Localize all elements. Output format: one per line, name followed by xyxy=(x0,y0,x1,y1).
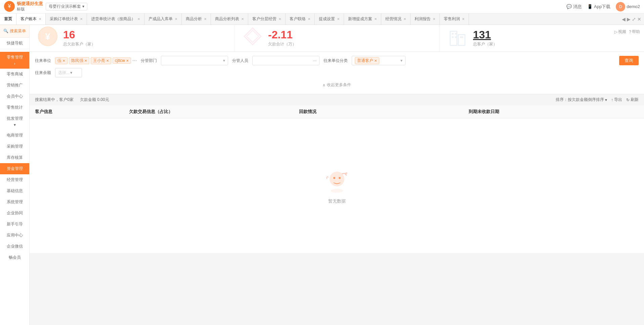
close-icon[interactable]: ✕ xyxy=(204,17,207,21)
close-icon[interactable]: ✕ xyxy=(308,17,310,21)
sidebar-item-label: 基础信息 xyxy=(7,188,23,194)
tab-purchase-order-label: 采购订单统计表 xyxy=(50,16,78,22)
sidebar-item-marketing[interactable]: 营销推广 xyxy=(0,80,29,91)
tab-commission-setting[interactable]: 提成设置 ✕ xyxy=(315,13,344,25)
close-icon[interactable]: ✕ xyxy=(241,17,244,21)
query-button[interactable]: 查询 xyxy=(619,56,639,65)
app-download-btn[interactable]: 📱 App下载 xyxy=(587,4,610,10)
sidebar-item-enterprise-wechat[interactable]: 企业微信 xyxy=(0,241,29,252)
top-bar-left: ¥ 畅捷通好生意 标版 母婴行业演示帐套 ▾ xyxy=(4,1,87,12)
user-area[interactable]: D demo2 xyxy=(616,2,640,11)
filter-row-1: 往来单位 伍 ✕ 陈民强 ✕ 王小亮 ✕ cjttcw xyxy=(35,56,639,65)
export-button[interactable]: ↑ 导出 xyxy=(611,97,622,103)
help-btn[interactable]: ? 帮助 xyxy=(629,29,640,35)
messages-btn[interactable]: 💬 消息 xyxy=(566,4,582,10)
sidebar-item-label: 采购管理 xyxy=(7,144,23,149)
tab-customer-contact[interactable]: 客户联络 ✕ xyxy=(286,13,315,25)
tag-close-wu[interactable]: ✕ xyxy=(62,59,65,63)
tag-close-wang[interactable]: ✕ xyxy=(106,59,109,63)
filter-more-btn[interactable]: ··· xyxy=(132,58,137,63)
tag-close-normal[interactable]: ✕ xyxy=(374,59,377,63)
sidebar-item-new-guide[interactable]: 新手引导 xyxy=(0,219,29,230)
sidebar-item-purchase[interactable]: 采购管理 xyxy=(0,141,29,152)
tab-profit-report[interactable]: 利润报告 ✕ xyxy=(411,13,440,25)
stat-values-amount: -2.11 欠款合计（万） xyxy=(268,29,296,47)
sidebar-item-label: 畅会员 xyxy=(9,255,21,260)
tab-customer-contact-label: 客户联络 xyxy=(290,16,306,22)
sidebar-item-finance[interactable]: 资金管理 xyxy=(0,163,29,174)
sidebar-item-chang-member[interactable]: 畅会员 xyxy=(0,252,29,263)
fullscreen-icon[interactable]: ⤢ xyxy=(632,16,636,22)
tab-purchase-order[interactable]: 采购订单统计表 ✕ xyxy=(46,13,87,25)
filter-person-select[interactable]: ··· xyxy=(252,56,319,65)
tab-profit-report-label: 利润报告 xyxy=(415,16,431,22)
tag-close-cjttcw[interactable]: ✕ xyxy=(126,59,129,63)
refresh-button[interactable]: ↻ 刷新 xyxy=(626,97,639,103)
overdue-amount-label: 欠款合计（万） xyxy=(268,41,296,47)
tab-retail-profit-label: 零售利润 xyxy=(444,16,460,22)
tag-close-chen[interactable]: ✕ xyxy=(84,59,87,63)
tab-new-commission[interactable]: 新增提成方案 ✕ xyxy=(344,13,381,25)
tab-operations[interactable]: 经营情况 ✕ xyxy=(381,13,411,25)
money-icon: ¥ xyxy=(38,26,58,50)
svg-rect-9 xyxy=(455,36,457,38)
filter-category-select[interactable]: 普通客户 ✕ ▾ xyxy=(352,56,405,65)
export-icon: ↑ xyxy=(611,98,613,102)
filter-balance-dropdown[interactable]: 选择... ▾ xyxy=(55,68,82,77)
sidebar-item-member-center[interactable]: 会员中心 xyxy=(0,91,29,102)
stat-overdue-customers: ¥ 16 总欠款客户（家） xyxy=(30,25,234,51)
close-icon[interactable]: ✕ xyxy=(337,17,340,21)
next-tab-icon[interactable]: ▶ xyxy=(627,16,631,22)
sidebar-item-wholesale[interactable]: 批发管理 ▾ xyxy=(0,113,29,130)
sidebar-item-inventory[interactable]: 库存核算 xyxy=(0,152,29,163)
sidebar-item-operations[interactable]: 经营管理 xyxy=(0,174,29,185)
sidebar-item-retail-management[interactable]: 零售管理 › xyxy=(0,52,29,69)
svg-rect-10 xyxy=(460,36,462,38)
tab-home[interactable]: 首页 xyxy=(0,13,16,25)
content-area: ¥ 16 总欠款客户（家） -2.11 欠款合计（万） xyxy=(30,25,644,325)
download-icon: 📱 xyxy=(587,4,593,9)
close-icon[interactable]: ✕ xyxy=(137,17,140,21)
sort-selector[interactable]: 排序：按欠款金额倒序排序 ▾ xyxy=(556,97,607,103)
sidebar-item-ecommerce[interactable]: 电商管理 xyxy=(0,130,29,141)
tab-customer-layer[interactable]: 客户分层经营 ✕ xyxy=(248,13,286,25)
tab-product-inbound[interactable]: 产成品入库单 ✕ xyxy=(144,13,182,25)
sidebar-item-basic-info[interactable]: 基础信息 xyxy=(0,185,29,196)
tab-retail-profit[interactable]: 零售利润 ✕ xyxy=(440,13,469,25)
tab-product-inbound-label: 产成品入库单 xyxy=(148,16,173,22)
prev-tab-icon[interactable]: ◀ xyxy=(622,16,626,22)
tab-product-analysis-list[interactable]: 商品分析列表 ✕ xyxy=(211,13,248,25)
filter-dept-select[interactable]: ▾ xyxy=(161,56,228,65)
logo-area: ¥ 畅捷通好生意 标版 xyxy=(4,1,43,12)
filter-label-unit: 往来单位 xyxy=(35,58,51,64)
sidebar-item-system[interactable]: 系统管理 xyxy=(0,196,29,208)
close-icon[interactable]: ✕ xyxy=(80,17,83,21)
quick-nav-label: 快捷导航 xyxy=(7,41,23,45)
sidebar-item-enterprise-collab[interactable]: 企业协同 xyxy=(0,208,29,219)
close-icon[interactable]: ✕ xyxy=(433,17,435,21)
close-icon[interactable]: ✕ xyxy=(39,17,41,21)
sidebar-item-retail-mall[interactable]: 零售商城 xyxy=(0,69,29,80)
video-btn[interactable]: ▷ 视频 xyxy=(614,29,626,35)
close-icon[interactable]: ✕ xyxy=(403,17,406,21)
tab-product-analysis[interactable]: 商品分析 ✕ xyxy=(182,13,211,25)
close-icon[interactable]: ✕ xyxy=(175,17,177,21)
svg-rect-7 xyxy=(455,33,457,35)
sidebar-item-label: 零售管理 xyxy=(7,55,23,60)
close-icon[interactable]: ✕ xyxy=(374,17,377,21)
sidebar-quick-nav[interactable]: 快捷导航 xyxy=(0,38,29,49)
sidebar-search[interactable]: 🔍 搜索菜单 xyxy=(0,25,29,38)
tab-customer-account[interactable]: 客户账本 ✕ xyxy=(16,13,46,25)
sidebar-item-app-center[interactable]: 应用中心 xyxy=(0,230,29,241)
env-name: 母婴行业演示帐套 xyxy=(49,4,81,9)
env-selector[interactable]: 母婴行业演示帐套 ▾ xyxy=(46,3,87,10)
building-icon xyxy=(447,26,468,50)
close-icon[interactable]: ✕ xyxy=(278,17,281,21)
nav-tabs-actions: ◀ ▶ ⤢ ✕ xyxy=(619,16,644,22)
close-icon[interactable]: ✕ xyxy=(462,17,465,21)
collapse-btn[interactable]: ∧ 收起更多条件 xyxy=(320,80,353,90)
tab-purchase-stats[interactable]: 进货单统计表（按商品） ✕ xyxy=(87,13,144,25)
tab-customer-account-label: 客户账本 xyxy=(20,16,37,22)
close-all-icon[interactable]: ✕ xyxy=(637,16,641,22)
sidebar-item-retail-stats[interactable]: 零售统计 xyxy=(0,102,29,113)
